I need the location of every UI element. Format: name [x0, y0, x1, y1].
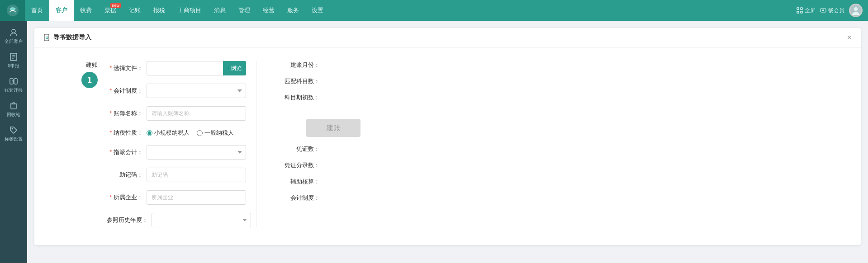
- step-label: 建账: [86, 61, 98, 69]
- close-button[interactable]: ×: [847, 33, 852, 42]
- member-icon: [820, 7, 826, 14]
- account-name-label: * 账簿名称：: [107, 109, 143, 117]
- nav-item-operations[interactable]: 经营: [256, 0, 281, 21]
- nav-item-customers[interactable]: 客户: [49, 0, 74, 21]
- select-file-label: * 选择文件：: [107, 64, 143, 72]
- period-initial-row: 科目期初数：: [279, 94, 388, 102]
- radio-small-taxpayer[interactable]: 小规模纳税人: [147, 129, 190, 137]
- dialog-panel: 导爷数据导入 × 建账 1 * 选择文件：: [34, 28, 861, 245]
- accounting-system-select[interactable]: [147, 84, 246, 98]
- svg-rect-15: [14, 79, 17, 84]
- accounting-system2-label: 会计制度：: [279, 194, 320, 202]
- account-name-input[interactable]: [147, 106, 246, 121]
- assign-accountant-label: * 指派会计：: [107, 148, 143, 156]
- nav-item-services[interactable]: 服务: [281, 0, 305, 21]
- svg-point-21: [12, 128, 13, 130]
- nav-item-home[interactable]: 首页: [25, 0, 49, 21]
- voucher-count-label: 凭证数：: [279, 145, 320, 153]
- nav-item-bookkeeping[interactable]: 记账: [123, 0, 147, 21]
- memo-code-label: 助记码：: [107, 171, 143, 179]
- fullscreen-icon: [797, 7, 803, 14]
- memo-code-input[interactable]: [147, 168, 246, 182]
- trash-icon: [9, 101, 18, 110]
- period-initial-label: 科目期初数：: [279, 94, 320, 102]
- nav-item-settings[interactable]: 设置: [305, 0, 330, 21]
- tax-type-radio-group: 小规模纳税人 一般纳税人: [147, 129, 234, 137]
- dialog-title: 导爷数据导入: [43, 33, 91, 42]
- build-btn-area: 建账: [279, 110, 388, 137]
- radio-general-input[interactable]: [197, 130, 203, 136]
- app-logo: [0, 0, 25, 21]
- avatar[interactable]: [849, 4, 863, 17]
- nav-item-billing[interactable]: 收费: [74, 0, 98, 21]
- company-row: * 所属企业：: [107, 190, 251, 205]
- sidebar-item-all-customers-label: 全部客户: [5, 39, 23, 44]
- build-account-button[interactable]: 建账: [306, 119, 360, 137]
- accounting-system2-row: 会计制度：: [279, 194, 388, 202]
- reference-year-label: 参照历史年度：: [107, 216, 148, 224]
- content-area: 导爷数据导入 × 建账 1 * 选择文件：: [27, 21, 868, 263]
- top-nav: 首页 客户 收费 票据 new 记账 报税 工商项目 消息 管理 经营 服务 设…: [0, 0, 868, 21]
- svg-point-9: [12, 29, 15, 33]
- member-button[interactable]: 畅会员: [820, 7, 844, 14]
- browse-button[interactable]: +浏览: [223, 61, 246, 75]
- declaration-icon: [9, 52, 18, 61]
- migration-icon: [9, 77, 18, 86]
- radio-small-input[interactable]: [147, 130, 152, 136]
- sidebar-item-recycle-label: 回收站: [7, 112, 20, 117]
- user-avatar-icon: [850, 5, 861, 16]
- svg-point-6: [822, 9, 824, 11]
- new-badge: new: [110, 3, 121, 8]
- account-name-row: * 账簿名称：: [107, 106, 251, 121]
- fullscreen-button[interactable]: 全屏: [797, 7, 816, 14]
- radio-general-taxpayer[interactable]: 一般纳税人: [197, 129, 234, 137]
- tag-icon: [9, 126, 18, 135]
- build-month-row: 建账月份：: [279, 61, 388, 69]
- company-label: * 所属企业：: [107, 193, 143, 202]
- sidebar: 全部客户 0申报 账套迁移: [0, 21, 27, 263]
- svg-rect-14: [10, 79, 13, 84]
- build-month-label: 建账月份：: [279, 61, 320, 69]
- sidebar-item-declaration[interactable]: 0申报: [0, 49, 27, 72]
- svg-rect-4: [801, 11, 802, 13]
- accounting-system-label: * 会计制度：: [107, 87, 143, 95]
- sidebar-item-tags-label: 标签设置: [5, 136, 23, 142]
- nav-right: 全屏 畅会员: [797, 4, 868, 17]
- import-icon: [43, 34, 51, 41]
- nav-item-industry[interactable]: 工商项目: [171, 0, 208, 21]
- sidebar-item-recycle[interactable]: 回收站: [0, 98, 27, 121]
- auxiliary-calc-row: 辅助核算：: [279, 178, 388, 186]
- sidebar-item-tags[interactable]: 标签设置: [0, 122, 27, 146]
- nav-item-messages[interactable]: 消息: [208, 0, 232, 21]
- file-path-input[interactable]: [147, 61, 223, 75]
- sidebar-item-declaration-label: 0申报: [8, 63, 19, 69]
- accounting-system-row: * 会计制度：: [107, 84, 251, 98]
- svg-rect-16: [11, 104, 16, 109]
- file-input-group: +浏览: [147, 61, 246, 75]
- match-subjects-label: 匹配科目数：: [279, 77, 320, 85]
- info-section: 建账月份： 匹配科目数： 科目期初数： 建账: [261, 61, 388, 227]
- select-file-row: * 选择文件： +浏览: [107, 61, 251, 75]
- reference-year-select[interactable]: [152, 213, 251, 227]
- tax-type-label: * 纳税性质：: [107, 129, 143, 137]
- sidebar-item-all-customers[interactable]: 全部客户: [0, 24, 27, 48]
- step-section: 建账 1: [52, 61, 107, 88]
- match-subjects-row: 匹配科目数：: [279, 77, 388, 85]
- assign-accountant-row: * 指派会计：: [107, 145, 251, 160]
- auxiliary-calc-label: 辅助核算：: [279, 178, 320, 186]
- step-circle: 1: [81, 72, 98, 88]
- user-icon: [9, 28, 18, 37]
- tax-type-row: * 纳税性质： 小规模纳税人 一般纳税人: [107, 129, 251, 137]
- nav-item-management[interactable]: 管理: [232, 0, 256, 21]
- company-input[interactable]: [147, 190, 246, 205]
- nav-item-invoices[interactable]: 票据 new: [98, 0, 123, 21]
- vertical-divider: [256, 61, 256, 227]
- voucher-entries-label: 凭证分录数：: [279, 161, 320, 169]
- voucher-entries-row: 凭证分录数：: [279, 161, 388, 169]
- svg-rect-3: [797, 11, 799, 13]
- voucher-count-row: 凭证数：: [279, 145, 388, 153]
- memo-code-row: 助记码：: [107, 168, 251, 182]
- sidebar-item-account-migration[interactable]: 账套迁移: [0, 73, 27, 97]
- assign-accountant-select[interactable]: [147, 145, 246, 160]
- nav-item-tax[interactable]: 报税: [147, 0, 171, 21]
